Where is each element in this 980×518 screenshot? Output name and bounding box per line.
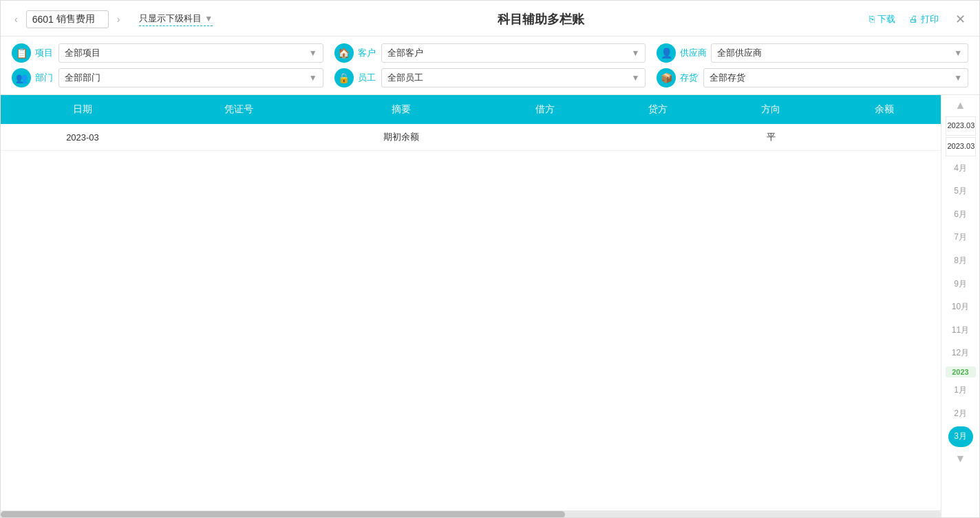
scroll-up-button[interactable]: ▲	[951, 95, 970, 116]
cell-balance	[828, 124, 941, 151]
supplier-value: 全部供应商	[717, 47, 762, 59]
col-direction: 方向	[714, 95, 827, 124]
col-balance: 余额	[828, 95, 941, 124]
account-code: 6601	[32, 14, 54, 25]
filter-label-employee: 员工	[358, 72, 377, 84]
print-button[interactable]: 🖨 打印	[909, 13, 939, 25]
month-12[interactable]: 12月	[941, 342, 979, 365]
horizontal-scrollbar[interactable]	[1, 510, 941, 517]
filter-label-department: 部门	[35, 72, 54, 84]
filter-label-customer: 客户	[358, 47, 377, 59]
print-label: 打印	[921, 13, 939, 25]
filter-item-project: 📋 项目 全部项目 ▼	[12, 43, 323, 63]
cell-debit	[489, 124, 601, 151]
main-content: 日期 凭证号 摘要 借方 贷方 方向 余额 2023-03	[1, 95, 941, 517]
customer-select[interactable]: 全部客户 ▼	[381, 43, 646, 63]
filter-row-2: 👥 部门 全部部门 ▼ 🔒 员工 全部员工 ▼ 📦 存货	[12, 68, 968, 87]
download-button[interactable]: ⎘ 下载	[869, 13, 895, 25]
department-value: 全部部门	[65, 72, 100, 84]
month-9[interactable]: 9月	[941, 273, 979, 296]
download-label: 下载	[877, 13, 895, 25]
show-sub-arrow-icon: ▼	[204, 14, 213, 23]
supplier-select-arrow-icon: ▼	[954, 48, 962, 58]
project-select[interactable]: 全部项目 ▼	[58, 43, 323, 63]
filter-item-supplier: 👤 供应商 全部供应商 ▼	[657, 43, 968, 63]
employee-icon: 🔒	[334, 68, 354, 87]
project-value: 全部项目	[65, 47, 100, 59]
filter-label-inventory: 存货	[680, 72, 699, 84]
department-select[interactable]: 全部部门 ▼	[58, 68, 323, 87]
main-window: ‹ 6601 销售费用 › 只显示下级科目 ▼ 科目辅助多栏账 ⎘ 下载 🖨 打…	[0, 0, 980, 518]
title-bar-left: ‹ 6601 销售费用 › 只显示下级科目 ▼	[12, 10, 213, 28]
title-actions: ⎘ 下载 🖨 打印 ✕	[869, 12, 968, 27]
filter-item-customer: 🏠 客户 全部客户 ▼	[334, 43, 646, 63]
filter-label-project: 项目	[35, 47, 54, 59]
cell-date: 2023-03	[1, 124, 164, 151]
show-sub-label: 只显示下级科目	[139, 12, 202, 25]
filter-item-department: 👥 部门 全部部门 ▼	[12, 68, 323, 87]
account-code-box[interactable]: 6601 销售费用	[26, 10, 109, 28]
supplier-select[interactable]: 全部供应商 ▼	[711, 43, 968, 63]
supplier-icon: 👤	[657, 43, 676, 63]
cell-summary: 期初余额	[314, 124, 489, 151]
filter-area: 📋 项目 全部项目 ▼ 🏠 客户 全部客户 ▼ 👤 供应商	[1, 37, 979, 95]
table-row[interactable]: 2023-03 期初余额 平	[1, 124, 941, 151]
table-area[interactable]: 日期 凭证号 摘要 借方 贷方 方向 余额 2023-03	[1, 95, 941, 510]
nav-prev-button[interactable]: ‹	[12, 12, 21, 26]
cell-direction: 平	[714, 124, 827, 151]
inventory-select-arrow-icon: ▼	[954, 73, 962, 83]
title-bar: ‹ 6601 销售费用 › 只显示下级科目 ▼ 科目辅助多栏账 ⎘ 下载 🖨 打…	[1, 1, 979, 37]
employee-select-arrow-icon: ▼	[631, 73, 639, 83]
filter-item-employee: 🔒 员工 全部员工 ▼	[334, 68, 646, 87]
filter-label-supplier: 供应商	[680, 47, 707, 59]
department-icon: 👥	[12, 68, 31, 87]
table-header-row: 日期 凭证号 摘要 借方 贷方 方向 余额	[1, 95, 941, 124]
col-date: 日期	[1, 95, 164, 124]
download-icon: ⎘	[869, 14, 875, 24]
project-select-arrow-icon: ▼	[309, 48, 317, 58]
cell-voucher	[164, 124, 314, 151]
year-badge: 2023	[946, 366, 976, 377]
month-11[interactable]: 11月	[941, 319, 979, 342]
customer-value: 全部客户	[387, 47, 423, 59]
period-item-1[interactable]: 2023.03	[946, 116, 976, 136]
col-credit: 贷方	[601, 95, 714, 124]
scrollbar-track	[1, 511, 941, 517]
project-icon: 📋	[12, 43, 31, 63]
inventory-value: 全部存货	[710, 72, 745, 84]
customer-select-arrow-icon: ▼	[631, 48, 639, 58]
account-name: 销售费用	[56, 13, 95, 25]
cell-credit	[601, 124, 714, 151]
col-voucher: 凭证号	[164, 95, 314, 124]
month-4[interactable]: 4月	[941, 157, 979, 180]
print-icon: 🖨	[909, 14, 918, 24]
close-button[interactable]: ✕	[952, 12, 968, 27]
scrollbar-thumb[interactable]	[1, 511, 565, 517]
month-7[interactable]: 7月	[941, 226, 979, 249]
month-10[interactable]: 10月	[941, 296, 979, 319]
scroll-down-button[interactable]: ▼	[951, 448, 970, 469]
month-8[interactable]: 8月	[941, 249, 979, 273]
inventory-select[interactable]: 全部存货 ▼	[703, 68, 968, 87]
page-title: 科目辅助多栏账	[213, 11, 869, 28]
right-panel: ▲ 2023.03 2023.03 4月 5月 6月 7月 8月 9月 10月 …	[941, 95, 979, 517]
employee-value: 全部员工	[387, 72, 423, 84]
employee-select[interactable]: 全部员工 ▼	[381, 68, 646, 87]
ledger-table: 日期 凭证号 摘要 借方 贷方 方向 余额 2023-03	[1, 95, 941, 151]
month-3-active[interactable]: 3月	[948, 426, 973, 447]
filter-row-1: 📋 项目 全部项目 ▼ 🏠 客户 全部客户 ▼ 👤 供应商	[12, 43, 968, 63]
show-sub-button[interactable]: 只显示下级科目 ▼	[139, 12, 213, 26]
col-debit: 借方	[489, 95, 601, 124]
month-6[interactable]: 6月	[941, 203, 979, 227]
period-item-2[interactable]: 2023.03	[946, 137, 976, 156]
col-summary: 摘要	[314, 95, 489, 124]
nav-next-button[interactable]: ›	[114, 12, 123, 26]
department-select-arrow-icon: ▼	[309, 73, 317, 83]
month-1[interactable]: 1月	[941, 379, 979, 402]
month-5[interactable]: 5月	[941, 180, 979, 203]
customer-icon: 🏠	[334, 43, 354, 63]
filter-item-inventory: 📦 存货 全部存货 ▼	[657, 68, 968, 87]
month-2[interactable]: 2月	[941, 402, 979, 426]
inventory-icon: 📦	[657, 68, 676, 87]
